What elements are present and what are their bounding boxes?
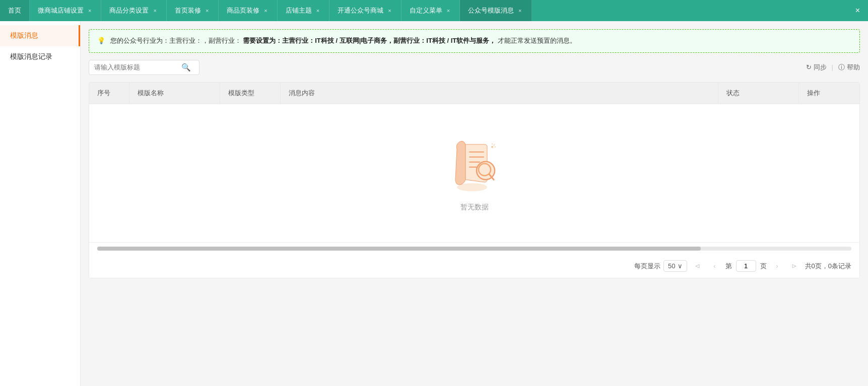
tab-home[interactable]: 首页 [0,0,30,21]
actions-divider: | [832,63,833,71]
tab-productpage-close[interactable]: × [262,7,269,15]
sidebar-item-template-msg-log-label: 模版消息记录 [10,52,52,60]
info-banner: 💡 您的公众号行业为：主营行业：，副营行业： 需要设置为：主营行业：IT科技 /… [89,29,860,53]
search-bar: 🔍 ↻ 同步 | ⓘ 帮助 [89,60,860,75]
tab-productpage[interactable]: 商品页装修 × [219,0,277,21]
tab-wshop[interactable]: 微商城店铺设置 × [30,0,101,21]
total-info: 共0页，0条记录 [805,262,851,271]
empty-icon [444,134,505,195]
svg-line-11 [494,144,495,145]
data-table: 序号 模版名称 模版类型 消息内容 状态 操作 [89,82,860,278]
page-size-select[interactable]: 50 ∨ [663,260,687,272]
search-input[interactable] [94,63,177,71]
main-content: 💡 您的公众号行业为：主营行业：，副营行业： 需要设置为：主营行业：IT科技 /… [81,21,868,386]
sync-button[interactable]: ↻ 同步 [806,63,827,72]
page-layout: 模版消息 模版消息记录 💡 您的公众号行业为：主营行业：，副营行业： 需要设置为… [0,21,868,386]
page-size-value: 50 [668,262,675,270]
th-status: 状态 [718,83,799,104]
sidebar-item-template-msg[interactable]: 模版消息 [0,25,80,46]
tab-category-label: 商品分类设置 [109,6,149,15]
search-actions: ↻ 同步 | ⓘ 帮助 [806,63,860,72]
sync-label: 同步 [814,63,827,72]
pagination: 每页显示 50 ∨ ⊲ ‹ 第 页 › ⊳ 共0页，0条记录 [89,255,859,278]
search-icon[interactable]: 🔍 [181,63,191,72]
tab-wechat[interactable]: 开通公众号商城 × [329,0,401,21]
help-button[interactable]: ⓘ 帮助 [838,63,860,72]
next-page-button[interactable]: › [771,260,784,273]
tab-wshop-label: 微商城店铺设置 [38,6,84,15]
page-input[interactable] [736,260,756,272]
tab-templatemsg-label: 公众号模版消息 [468,6,514,15]
empty-text: 暂无数据 [460,203,489,212]
top-nav: 首页 微商城店铺设置 × 商品分类设置 × 首页装修 × 商品页装修 × 店铺主… [0,0,868,21]
info-icon: 💡 [97,37,105,44]
first-page-button[interactable]: ⊲ [691,260,704,273]
page-unit: 页 [760,262,767,271]
th-name: 模版名称 [129,83,220,104]
tab-category[interactable]: 商品分类设置 × [101,0,166,21]
sidebar-item-template-msg-log[interactable]: 模版消息记录 [0,46,80,67]
sidebar: 模版消息 模版消息记录 [0,21,81,386]
tab-theme-label: 店铺主题 [286,6,312,15]
th-index: 序号 [89,83,129,104]
tab-wshop-close[interactable]: × [87,7,93,15]
table-header: 序号 模版名称 模版类型 消息内容 状态 操作 [89,83,859,104]
info-prefix: 您的公众号行业为：主营行业：，副营行业： [110,37,241,44]
tab-theme-close[interactable]: × [315,7,321,15]
page-size-wrap: 每页显示 50 ∨ [634,260,687,272]
help-icon: ⓘ [838,63,845,72]
scrollbar-row[interactable] [89,242,859,255]
chevron-down-icon: ∨ [678,262,683,270]
fake-scrollbar[interactable] [97,247,851,251]
page-label: 第 [725,262,732,271]
tab-homepage[interactable]: 首页装修 × [167,0,219,21]
sidebar-item-template-msg-label: 模版消息 [10,31,38,39]
tab-productpage-label: 商品页装修 [227,6,259,15]
scrollbar-thumb[interactable] [97,247,701,251]
th-content: 消息内容 [281,83,718,104]
tab-templatemsg-close[interactable]: × [517,7,523,15]
svg-point-8 [491,146,493,148]
tab-homepage-close[interactable]: × [204,7,210,15]
page-size-label: 每页显示 [634,262,660,271]
tab-theme[interactable]: 店铺主题 × [278,0,329,21]
search-input-wrap[interactable]: 🔍 [89,60,199,75]
sync-icon: ↻ [806,63,812,71]
help-label: 帮助 [847,63,860,72]
tab-custommenu-close[interactable]: × [445,7,451,15]
tab-templatemsg[interactable]: 公众号模版消息 × [460,0,531,21]
tab-custommenu[interactable]: 自定义菜单 × [402,0,460,21]
info-highlight: 需要设置为：主营行业：IT科技 / 互联网|电子商务，副营行业：IT科技 / I… [243,37,496,44]
tab-custommenu-label: 自定义菜单 [410,6,442,15]
info-suffix: 才能正常发送预置的消息。 [498,37,576,44]
th-actions: 操作 [799,83,859,104]
tab-home-label: 首页 [8,6,21,15]
last-page-button[interactable]: ⊳ [788,260,801,273]
global-close-button[interactable]: × [847,0,868,21]
tab-category-close[interactable]: × [152,7,158,15]
tab-homepage-label: 首页装修 [175,6,201,15]
th-type: 模版类型 [220,83,281,104]
prev-page-button[interactable]: ‹ [708,260,721,273]
empty-state: 暂无数据 [89,104,859,242]
tab-wechat-close[interactable]: × [386,7,392,15]
tab-wechat-label: 开通公众号商城 [338,6,383,15]
